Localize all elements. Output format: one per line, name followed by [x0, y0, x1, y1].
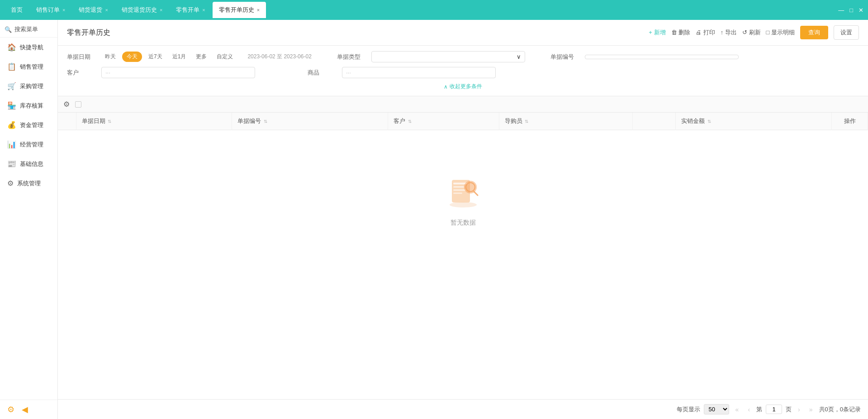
- goods-placeholder: ···: [346, 69, 351, 76]
- tab-label-sales-order: 销售订单: [36, 6, 60, 14]
- tab-retail-history[interactable]: 零售开单历史×: [213, 2, 266, 18]
- tab-close-sales-order[interactable]: ×: [62, 7, 65, 13]
- sidebar-item-system[interactable]: ⚙系统管理: [0, 174, 57, 193]
- th-no[interactable]: 单据编号 ⇅: [232, 113, 388, 130]
- page-title: 零售开单历史: [67, 28, 110, 38]
- customer-label: 客户: [67, 69, 94, 77]
- sort-date-icon: ⇅: [108, 119, 111, 124]
- sidebar-icon-basic-info: 📰: [7, 160, 16, 168]
- svg-point-0: [450, 202, 477, 207]
- tab-label-home: 首页: [11, 6, 23, 14]
- sidebar-search[interactable]: 🔍 搜索菜单: [0, 20, 57, 38]
- print-button[interactable]: 🖨 打印: [696, 28, 715, 37]
- export-button[interactable]: ↑ 导出: [721, 28, 737, 37]
- pagination: 每页显示 50 20 100 200 « ‹ 第 页 › » 共0页，0条记录: [58, 399, 868, 419]
- table-area: ⚙ 单据日期 ⇅ 单据编号 ⇅: [58, 96, 868, 399]
- tab-label-retail-history: 零售开单历史: [219, 6, 254, 14]
- settings-icon[interactable]: ⚙: [7, 405, 14, 414]
- sort-customer-icon: ⇅: [408, 119, 412, 124]
- customer-input[interactable]: ···: [101, 67, 255, 78]
- sidebar-item-basic-info[interactable]: 📰基础信息: [0, 154, 57, 174]
- date-btn-more[interactable]: 更多: [192, 52, 210, 62]
- th-customer[interactable]: 客户 ⇅: [388, 113, 499, 130]
- last-page-btn[interactable]: »: [806, 405, 816, 414]
- per-page-select[interactable]: 50 20 100 200: [704, 404, 729, 414]
- next-page-btn[interactable]: ›: [795, 405, 803, 414]
- th-spacer: [633, 113, 676, 130]
- page-label-suffix: 页: [786, 405, 792, 414]
- goods-label: 商品: [308, 69, 335, 77]
- search-icon: 🔍: [5, 26, 12, 33]
- goods-input[interactable]: ···: [342, 67, 496, 78]
- sidebar-item-purchase-mgmt[interactable]: 🛒采购管理: [0, 76, 57, 96]
- query-button[interactable]: 查询: [800, 26, 828, 39]
- date-shortcuts: 昨天 今天 近7天 近1月 更多 自定义: [101, 52, 237, 62]
- th-salesperson[interactable]: 导购员 ⇅: [499, 113, 632, 130]
- sidebar: 🔍 搜索菜单 🏠快捷导航📋销售管理🛒采购管理🏪库存核算💰资金管理📊经营管理📰基础…: [0, 20, 58, 419]
- sidebar-item-finance[interactable]: 💰资金管理: [0, 115, 57, 135]
- restore-btn[interactable]: □: [849, 7, 853, 14]
- sidebar-icon-system: ⚙: [7, 179, 14, 188]
- refresh-button[interactable]: ↺ 刷新: [742, 28, 761, 37]
- th-amount-label: 实销金额: [681, 118, 705, 124]
- content: 零售开单历史 + 新增 🗑 删除 🖨 打印 ↑ 导出 ↺ 刷新 □ 显示明细 查…: [58, 20, 868, 419]
- page-label-prefix: 第: [756, 405, 762, 414]
- bill-type-label: 单据类型: [337, 53, 364, 61]
- bill-no-label: 单据编号: [550, 53, 578, 61]
- tab-sales-order[interactable]: 销售订单×: [30, 2, 71, 18]
- date-btn-1month[interactable]: 近1月: [169, 52, 190, 62]
- sidebar-icon-inventory: 🏪: [7, 101, 16, 110]
- sidebar-item-sales-mgmt[interactable]: 📋销售管理: [0, 57, 57, 76]
- date-btn-custom[interactable]: 自定义: [213, 52, 237, 62]
- tab-retail-open[interactable]: 零售开单×: [170, 2, 211, 18]
- first-page-btn[interactable]: «: [733, 405, 742, 414]
- svg-line-8: [474, 192, 478, 195]
- collapse-up-icon: ∧: [444, 84, 448, 90]
- th-customer-label: 客户: [394, 118, 405, 124]
- select-all-checkbox[interactable]: [75, 101, 81, 108]
- date-btn-yesterday[interactable]: 昨天: [101, 52, 119, 62]
- page-header: 零售开单历史 + 新增 🗑 删除 🖨 打印 ↑ 导出 ↺ 刷新 □ 显示明细 查…: [58, 20, 868, 46]
- svg-rect-4: [453, 189, 466, 191]
- bill-type-select[interactable]: ∨: [371, 51, 525, 62]
- tab-home[interactable]: 首页: [5, 2, 29, 18]
- sidebar-icon-sales-mgmt: 📋: [7, 62, 16, 71]
- sidebar-label-system: 系统管理: [17, 179, 41, 188]
- tab-close-retail-history[interactable]: ×: [257, 7, 260, 13]
- add-button[interactable]: + 新增: [649, 28, 665, 37]
- settings-button[interactable]: 设置: [834, 25, 859, 40]
- tab-close-sales-return-history[interactable]: ×: [160, 7, 162, 13]
- th-date[interactable]: 单据日期 ⇅: [76, 113, 232, 130]
- tab-label-retail-open: 零售开单: [176, 6, 199, 14]
- filter-row-2: 客户 ··· 商品 ···: [67, 67, 859, 78]
- th-amount[interactable]: 实销金额 ⇅: [676, 113, 832, 130]
- date-range-display: 2023-06-02 至 2023-06-02: [247, 53, 311, 61]
- bill-no-input[interactable]: [585, 55, 739, 59]
- tab-sales-return[interactable]: 销货退货×: [72, 2, 114, 18]
- close-btn[interactable]: ✕: [859, 7, 863, 14]
- table-header-row: 单据日期 ⇅ 单据编号 ⇅ 客户 ⇅ 导购员 ⇅: [58, 113, 868, 130]
- collapse-icon[interactable]: ◀: [22, 405, 28, 414]
- sidebar-bottom: ⚙ ◀: [0, 400, 57, 419]
- date-btn-today[interactable]: 今天: [122, 52, 142, 62]
- show-detail-toggle[interactable]: □ 显示明细: [766, 28, 795, 37]
- current-page-input[interactable]: [766, 405, 782, 414]
- tab-close-retail-open[interactable]: ×: [202, 7, 205, 13]
- sidebar-label-sales-mgmt: 销售管理: [20, 63, 43, 71]
- tab-close-sales-return[interactable]: ×: [105, 7, 108, 13]
- table-settings-icon[interactable]: ⚙: [63, 100, 70, 108]
- collapse-button[interactable]: ∧ 收起更多条件: [444, 83, 482, 90]
- th-ops-label: 操作: [844, 118, 856, 124]
- sidebar-label-quick-nav: 快捷导航: [20, 43, 43, 52]
- minimize-btn[interactable]: —: [838, 7, 844, 14]
- sidebar-item-operations[interactable]: 📊经营管理: [0, 135, 57, 154]
- prev-page-btn[interactable]: ‹: [745, 405, 753, 414]
- delete-button[interactable]: 🗑 删除: [671, 28, 691, 37]
- sidebar-label-finance: 资金管理: [20, 121, 43, 129]
- date-btn-7days[interactable]: 近7天: [145, 52, 166, 62]
- sidebar-icon-finance: 💰: [7, 121, 16, 129]
- th-no-label: 单据编号: [237, 118, 261, 124]
- sidebar-item-quick-nav[interactable]: 🏠快捷导航: [0, 38, 57, 57]
- tab-sales-return-history[interactable]: 销货退货历史×: [115, 2, 169, 18]
- sidebar-item-inventory[interactable]: 🏪库存核算: [0, 96, 57, 115]
